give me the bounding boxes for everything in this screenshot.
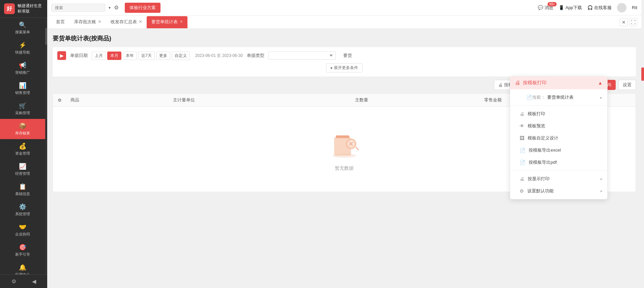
dropdown-item-template-print[interactable]: 🖨 模板打印 (510, 108, 607, 120)
sidebar-item-quicknav[interactable]: ⚡ 快捷导航 (0, 38, 45, 58)
tab-home-label: 首页 (56, 19, 65, 25)
dropdown-display-print-arrow: ▸ (601, 177, 603, 181)
sidebar-item-guide[interactable]: 🎯 新手引导 (0, 240, 45, 260)
sidebar-item-search[interactable]: 🔍 搜索菜单 (0, 18, 45, 38)
appstore-icon: 🔔 (19, 264, 26, 271)
tab-order-stats-label: 要货单统计表 (151, 19, 178, 25)
date-btn-7days[interactable]: 近7天 (138, 52, 155, 60)
tab-inventory-batch-close[interactable]: ✕ (98, 20, 101, 24)
dropdown-template-preview-label: 模板预览 (528, 123, 603, 129)
date-label: 单据日期 (70, 53, 88, 59)
search-input[interactable] (51, 4, 105, 12)
sidebar-item-finance[interactable]: 💰 资金管理 (0, 139, 45, 159)
dropdown-item-default-func[interactable]: ⚙ 设置默认功能 ▸ (510, 185, 607, 197)
dropdown-current-prefix: 当前： (532, 94, 545, 100)
dropdown-template-design-icon: 🖼 (520, 135, 524, 141)
tab-home[interactable]: 首页 (51, 16, 69, 28)
sidebar-item-sales[interactable]: 📊 销售管理 (0, 78, 45, 99)
operation-icon: 📈 (19, 163, 26, 170)
tab-end-buttons: ✕ ⛶ (620, 18, 637, 26)
logo-icon: 好 (4, 3, 15, 14)
tab-order-stats[interactable]: 要货单统计表 ✕ (147, 16, 187, 28)
dropdown-current-row[interactable]: 📄 当前： 要货单统计表 ▸ (510, 91, 607, 103)
message-icon: 💬 (538, 5, 543, 10)
app-download-item[interactable]: 📱 App下载 (559, 5, 582, 11)
sidebar-item-purchase[interactable]: 🛒 采购管理 (0, 99, 45, 119)
type-label: 单据类型 (247, 53, 264, 59)
expand-conditions-label: 展开更多条件 (334, 65, 358, 71)
dropdown-display-print-icon: 🖨 (520, 176, 524, 182)
type-select[interactable] (268, 52, 336, 60)
expand-conditions-container: ▾ 展开更多条件 (57, 63, 631, 72)
dropdown-template-pdf-icon: 📄 (520, 160, 525, 165)
sidebar-item-marketing[interactable]: 📢 营销推广 (0, 58, 45, 78)
topbar-right: 💬 消息 99+ 📱 App下载 🎧 在线客服 Rit (538, 3, 637, 12)
dropdown-item-template-design[interactable]: 🖼 模板自定义设计 (510, 132, 607, 144)
printer-icon: 🖨 (498, 83, 503, 88)
dropdown-header[interactable]: 🖨 按模板打印 ▲ (510, 76, 607, 89)
date-range: 2023-06-01 至 2023-06-30 (195, 53, 243, 59)
tab-receipt-summary[interactable]: 收发存汇总表 ✕ (106, 16, 147, 28)
settings-bottom-icon[interactable]: ⚙ (11, 278, 16, 285)
expand-conditions-button[interactable]: ▾ 展开更多条件 (326, 63, 362, 72)
tab-inventory-batch[interactable]: 库存批次账 ✕ (69, 16, 106, 28)
dropdown-chevron-icon: ▲ (598, 80, 603, 86)
dropdown-print-icon: 🖨 (515, 80, 520, 86)
search-dropdown-btn[interactable]: ▾ (109, 5, 111, 10)
date-btn-custom[interactable]: 自定义 (172, 52, 190, 60)
date-btn-this-month[interactable]: 本月 (107, 52, 121, 60)
user-name-item[interactable]: Rit (632, 5, 637, 10)
date-btn-last-month[interactable]: 上月 (92, 52, 106, 60)
col-settings[interactable]: ⚙ (53, 94, 66, 107)
col-product: 商品 (66, 94, 169, 107)
dropdown-item-display-print[interactable]: 🖨 按显示打印 ▸ (510, 173, 607, 185)
message-item[interactable]: 💬 消息 99+ (538, 5, 553, 11)
sidebar-item-basic[interactable]: 📋 基础信息 (0, 180, 45, 200)
sidebar-bottom: ⚙ ◀ (0, 275, 47, 288)
dropdown-template-section: 🖨 模板打印 👁 模板预览 🖼 模板自定义设计 📄 按模板导出excel 📄 (510, 106, 607, 171)
tabbar: 首页 库存批次账 ✕ 收发存汇总表 ✕ 要货单统计表 ✕ ✕ ⛶ (47, 15, 641, 29)
dropdown-default-func-icon: ⚙ (520, 188, 524, 194)
settings-label: 设置 (623, 82, 632, 88)
trial-button[interactable]: 体验行业方案 (125, 3, 160, 13)
online-service-item[interactable]: 🎧 在线客服 (587, 5, 612, 11)
tab-receipt-summary-close[interactable]: ✕ (139, 20, 142, 24)
dropdown-default-func-arrow: ▸ (601, 189, 603, 193)
right-scrollbar[interactable] (641, 0, 644, 288)
page-title: 要货单统计表(按商品) (53, 34, 636, 42)
col-quantity: 主数量 (351, 94, 480, 107)
tab-receipt-summary-label: 收发存汇总表 (111, 19, 137, 25)
date-btn-this-year[interactable]: 本年 (123, 52, 137, 60)
tab-expand-btn[interactable]: ⛶ (629, 18, 637, 26)
topbar-gear-icon[interactable]: ⚙ (114, 4, 119, 11)
sidebar-item-appstore[interactable]: 🔔 应用中心 (0, 260, 45, 275)
dropdown-item-template-pdf[interactable]: 📄 按模板导出pdf (510, 156, 607, 168)
dropdown-current-icon: 📄 (526, 95, 532, 100)
message-badge: 99+ (548, 2, 557, 6)
col-unit: 主计量单位 (169, 94, 351, 107)
search-icon: 🔍 (19, 21, 26, 29)
dropdown-item-template-excel[interactable]: 📄 按模板导出excel (510, 144, 607, 156)
dropdown-header-left: 🖨 按模板打印 (515, 80, 547, 86)
tab-close-btn[interactable]: ✕ (620, 18, 628, 26)
purchase-icon: 🛒 (19, 102, 26, 109)
tab-order-stats-close[interactable]: ✕ (180, 20, 183, 24)
app-download-icon: 📱 (559, 5, 564, 10)
filter-toggle-button[interactable]: ▶ (57, 51, 66, 60)
sales-icon: 📊 (19, 82, 26, 89)
sidebar-item-inventory[interactable]: 📦 库存核算 (0, 119, 45, 139)
sidebar-item-enterprise[interactable]: 🤝 企业协同 (0, 220, 45, 240)
user-name: Rit (632, 5, 637, 10)
sidebar-item-operation[interactable]: 📈 经营管理 (0, 159, 45, 180)
date-btn-more[interactable]: 更多 (156, 52, 170, 60)
dropdown-current-section: 📄 当前： 要货单统计表 ▸ (510, 89, 607, 106)
user-avatar[interactable] (617, 3, 626, 12)
sidebar-item-system[interactable]: ⚙️ 系统管理 (0, 200, 45, 220)
enterprise-icon: 🤝 (19, 223, 26, 231)
dropdown-template-excel-label: 按模板导出excel (529, 147, 603, 153)
system-icon: ⚙️ (19, 203, 26, 211)
svg-rect-2 (336, 135, 349, 138)
settings-button[interactable]: 设置 (618, 80, 636, 90)
dropdown-item-template-preview[interactable]: 👁 模板预览 (510, 120, 607, 132)
collapse-icon[interactable]: ◀ (32, 278, 36, 285)
